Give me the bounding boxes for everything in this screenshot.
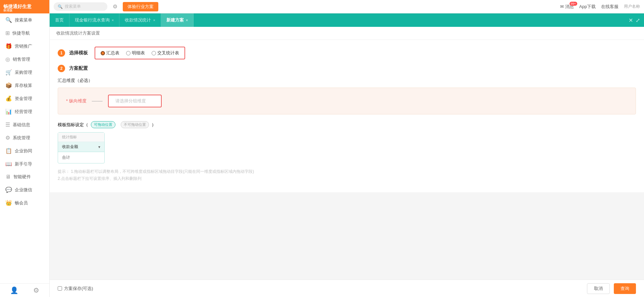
stat-row-total: 合计 [62,155,70,160]
footer-actions: 取消 查询 [587,283,636,294]
sidebar-item-label: 搜索菜单 [15,17,32,23]
sidebar-item-basic-info[interactable]: ☰ 基础信息 [0,118,49,131]
sidebar-item-finance[interactable]: 💰 资金管理 [0,92,49,105]
online-service-link[interactable]: 在线客服 [601,4,619,10]
sidebar-item-label: 采购管理 [15,69,32,76]
cart-icon: 🛒 [5,69,12,76]
tab-new-plan[interactable]: 新建方案 × [161,13,194,27]
trial-button[interactable]: 体验行业方案 [123,2,158,11]
sidebar-item-label: 企业微信 [15,187,32,193]
user-display[interactable]: 用户名称 [624,4,640,9]
sidebar-settings-icon[interactable]: ⚙ [33,286,39,294]
money-icon: 💰 [5,95,12,102]
stat-header[interactable]: 收款金额 ▾ [58,142,104,152]
radio-detail-input[interactable] [126,51,130,55]
clipboard-icon: 📋 [5,148,12,154]
sidebar-item-label: 销售管理 [13,56,30,62]
metrics-hint-row: 模板指标设定（ 可拖动位置 不可拖动位置 ） [58,121,636,128]
radio-cross[interactable]: 交叉统计表 [152,50,179,56]
search-menu-bar[interactable]: 🔍 搜索菜单 [54,2,107,11]
tip-section: 提示： 1.拖动标题栏可以调整布局，不可跨维度或指标区域拖动目字段(只能在同一维… [58,163,636,186]
dimension-subtitle: 汇总维度（必选） [58,78,636,84]
sidebar-item-operation[interactable]: 📊 经营管理 [0,105,49,118]
stat-header-label: 收款金额 [62,144,78,150]
sidebar-item-quick-nav[interactable]: ⊞ 快捷导航 [0,27,49,40]
footer: 方案保存(可选) 取消 查询 [50,280,644,297]
save-checkbox[interactable] [58,286,62,291]
radio-detail-label[interactable]: 明细表 [132,50,145,56]
dimension-row: 纵向维度 —— 请选择分组维度 [66,95,628,107]
settings-gear-icon[interactable]: ⚙ [113,3,117,10]
sidebar-item-search[interactable]: 🔍 搜索菜单 [0,13,49,27]
tab-new-plan-label: 新建方案 [166,17,184,23]
metrics-section: 模板指标设定（ 可拖动位置 不可拖动位置 ） 统计指标 收款金额 [58,121,636,163]
stat-box: 统计指标 收款金额 ▾ 合计 [58,132,105,163]
radio-cross-label[interactable]: 交叉统计表 [157,50,179,56]
config-section: 汇总维度（必选） 纵向维度 —— 请选择分组维度 模板指标设定（ 可拖动位置 不… [58,78,636,186]
step1-row: 1 选择模板 汇总表 明细表 交叉统计表 [58,47,636,59]
step1-badge: 1 [58,49,65,57]
app-download-link[interactable]: App下载 [579,4,596,10]
step2-badge: 2 [58,65,65,72]
sidebar-item-label: 经营管理 [15,109,32,115]
stat-body: 合计 [58,152,104,163]
radio-summary-input[interactable] [101,51,105,55]
tab-collection-stats-label: 收款情况统计 [125,17,151,23]
save-option[interactable]: 方案保存(可选) [58,286,93,292]
sidebar-item-guide[interactable]: 📖 新手引导 [0,157,49,170]
grid-icon: ⊞ [5,30,10,36]
crown-icon: 👑 [5,200,12,206]
monitor-icon: 🖥 [5,174,11,180]
tab-home[interactable]: 首页 [50,13,69,27]
tab-expand-icon[interactable]: ⤢ [636,17,640,23]
sidebar-avatar-icon[interactable]: 👤 [10,286,18,294]
tab-new-plan-close[interactable]: × [186,18,188,22]
circle-icon: ◎ [5,56,10,62]
chat-icon: 💬 [5,187,12,193]
tab-cash-flow[interactable]: 现金银行流水查询 × [69,13,119,27]
sidebar: 畅捷通好生意 标准版 🔍 搜索菜单 ⊞ 快捷导航 🎁 营销推广 ◎ 销售管理 🛒… [0,0,50,297]
radio-cross-input[interactable] [152,51,156,55]
radio-summary[interactable]: 汇总表 [101,50,119,56]
sidebar-bottom: 👤 ⚙ [0,283,49,297]
radio-detail[interactable]: 明细表 [126,50,145,56]
sidebar-item-member[interactable]: 👑 畅会员 [0,196,49,209]
sidebar-item-marketing[interactable]: 🎁 营销推广 [0,40,49,53]
tab-cash-flow-label: 现金银行流水查询 [75,17,110,23]
sidebar-item-label: 智能硬件 [13,174,31,180]
notification-badge-wrap[interactable]: ✉ 99+ 消息 [560,4,574,10]
sidebar-item-inventory[interactable]: 📦 库存核算 [0,79,49,92]
sidebar-item-wechat[interactable]: 💬 企业微信 [0,183,49,196]
tab-collection-stats-close[interactable]: × [153,18,155,22]
sidebar-item-label: 企业协同 [15,148,32,154]
radio-summary-label[interactable]: 汇总表 [106,50,119,56]
sidebar-item-sales[interactable]: ◎ 销售管理 [0,53,49,66]
topbar: 🔍 搜索菜单 ⚙ 体验行业方案 ✉ 99+ 消息 App下载 在线客服 用户名称 [50,0,644,13]
dimension-arrow: —— [92,98,103,104]
query-button[interactable]: 查询 [614,283,636,294]
edition-label: 标准版 [3,8,12,13]
page-content: 收款情况统计方案设置 1 选择模板 汇总表 明细表 [50,27,644,297]
menu-icon: ☰ [5,121,10,128]
tabbar: 首页 现金银行流水查询 × 收款情况统计 × 新建方案 × ✕ ⤢ [50,13,644,27]
tab-cash-flow-close[interactable]: × [112,18,114,22]
tabbar-actions: ✕ ⤢ [625,13,644,27]
dimension-select[interactable]: 请选择分组维度 [108,95,162,107]
movable-tag: 可拖动位置 [91,121,115,128]
sidebar-item-purchase[interactable]: 🛒 采购管理 [0,66,49,79]
form-section: 1 选择模板 汇总表 明细表 交叉统计表 [50,40,644,192]
search-menu-icon: 🔍 [58,4,63,9]
stat-header-dropdown-icon[interactable]: ▾ [98,145,100,149]
vertical-dimension-label: 纵向维度 [66,98,87,104]
save-label[interactable]: 方案保存(可选) [64,286,93,292]
tab-collection-stats[interactable]: 收款情况统计 × [119,13,161,27]
sidebar-item-enterprise[interactable]: 📋 企业协同 [0,144,49,157]
tab-home-label: 首页 [55,17,64,23]
cancel-button[interactable]: 取消 [587,283,610,294]
chart-icon: 📊 [5,108,12,115]
main-content: 🔍 搜索菜单 ⚙ 体验行业方案 ✉ 99+ 消息 App下载 在线客服 用户名称… [50,0,644,297]
sidebar-item-hardware[interactable]: 🖥 智能硬件 [0,170,49,183]
sidebar-item-label: 基础信息 [13,122,30,128]
tab-close-all-icon[interactable]: ✕ [629,17,633,23]
sidebar-item-system[interactable]: ⚙ 系统管理 [0,131,49,144]
